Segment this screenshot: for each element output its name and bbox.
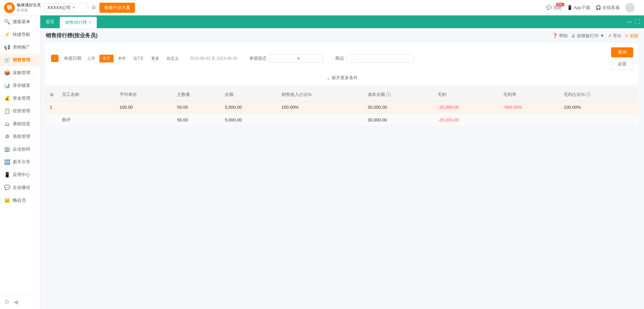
crown-icon: 👑 — [4, 197, 10, 203]
cell-qty: 50.00 — [173, 101, 221, 113]
footer-gross-rate — [499, 113, 560, 126]
refresh-button[interactable]: ↻ 刷新 — [625, 33, 639, 39]
online-service-label: 在线客服 — [602, 5, 620, 11]
new-icon: 🆕 — [4, 159, 10, 165]
tab-bar: 首页 销售排行榜 × — ⛶ — [40, 15, 644, 28]
settings-button[interactable]: 设置 — [611, 59, 633, 69]
folder-icon: 🗂 — [4, 121, 10, 127]
footer-gross-pct — [560, 113, 639, 126]
cell-gross: -25,000.00 — [434, 101, 499, 113]
company-selector[interactable]: XXXXX公司 ▼ — [44, 3, 88, 12]
sidebar-item-system[interactable]: ⚙ 系统管理 — [0, 130, 40, 143]
sidebar-item-operation[interactable]: 📋 经营管理 — [0, 105, 40, 117]
search-icon: 🔍 — [4, 19, 10, 25]
date-filter-label: 单据日期 — [64, 55, 81, 61]
chart-icon: 📊 — [4, 83, 10, 89]
sidebar-item-search[interactable]: 🔍 搜索菜单 — [0, 15, 40, 28]
goods-placeholder: ... — [350, 56, 411, 61]
sidebar-settings-icon[interactable]: ⚙ — [4, 298, 9, 306]
sidebar-item-purchase[interactable]: 📦 采购管理 — [0, 66, 40, 79]
sidebar-item-basic[interactable]: 🗂 基础信息 — [0, 117, 40, 130]
logo-icon: 畅 — [4, 2, 15, 13]
print-icon: 🖨 — [571, 33, 575, 38]
date-btn-thismonth[interactable]: 本月 — [99, 55, 114, 62]
sidebar-label-basic: 基础信息 — [13, 121, 30, 127]
goods-filter-label: 商品 — [335, 55, 344, 61]
gear-icon: ⚙ — [4, 134, 10, 140]
date-range-group: 2023-06-01 至 2023-06-30 — [190, 56, 237, 61]
table-row: 1 100.00 50.00 5,000.00 100.00% 30,000.0… — [46, 101, 639, 113]
filter-row: › 单据日期 上月 本月 本年 近7天 更多 自定义 — [51, 47, 633, 69]
goods-filter: 商品 ... — [335, 54, 414, 63]
page-content: 销售排行榜(按业务员) ❓ 帮助 🖨 按模板打印 ▼ ↗ — [40, 28, 644, 309]
col-sales-pct: 销售收入占比% — [277, 88, 363, 101]
export-button[interactable]: ↗ 导出 — [608, 33, 621, 39]
sidebar-label-apps: 应用中心 — [13, 172, 30, 178]
settings-icon[interactable]: ⚙ — [91, 4, 96, 11]
tab-expand-icon[interactable]: ⛶ — [635, 19, 640, 25]
sidebar-label-marketing: 营销推广 — [13, 44, 30, 50]
template-print-button[interactable]: 🖨 按模板打印 ▼ — [571, 33, 604, 39]
sidebar-item-finance[interactable]: 💰 资金管理 — [0, 92, 40, 105]
tab-actions: — ⛶ — [627, 19, 644, 25]
sidebar: 🔍 搜索菜单 ⚡ 快捷导航 📢 营销推广 🛒 销售管理 📦 采购管理 📊 — [0, 15, 40, 309]
tab-close-icon[interactable]: × — [89, 20, 91, 25]
date-btn-lastmonth[interactable]: 上月 — [84, 55, 98, 62]
tab-home[interactable]: 首页 — [40, 15, 60, 28]
sidebar-item-enterprise[interactable]: 🏢 企业协同 — [0, 143, 40, 156]
sidebar-label-system: 系统管理 — [13, 134, 30, 140]
footer-cost: 30,000.00 — [363, 113, 434, 126]
sidebar-label-wechat: 企业微信 — [13, 185, 30, 191]
content-area: 首页 销售排行榜 × — ⛶ 销售排行榜(按业务员) — [40, 15, 644, 309]
cell-gross-pct: 100.00% — [560, 101, 639, 113]
col-settings[interactable]: ⚙ — [46, 88, 58, 101]
message-button[interactable]: 💬 消息 99+ — [546, 5, 562, 11]
clipboard-icon: 📋 — [4, 108, 10, 114]
query-button[interactable]: 查询 — [611, 47, 633, 57]
sidebar-item-apps[interactable]: 📱 应用中心 — [0, 168, 40, 181]
date-btn-7days[interactable]: 近7天 — [130, 55, 147, 62]
trial-button[interactable]: 体验行业方案 — [99, 3, 135, 13]
building-icon: 🏢 — [4, 146, 10, 152]
sidebar-item-shortcut[interactable]: ⚡ 快捷导航 — [0, 28, 40, 41]
status-select[interactable]: ▼ — [269, 54, 323, 63]
avatar[interactable] — [625, 3, 635, 12]
col-gross-pct: 毛利占比% ⓘ — [560, 88, 639, 101]
sidebar-collapse-icon[interactable]: ◀ — [13, 298, 18, 306]
goods-select[interactable]: ... — [347, 54, 414, 63]
help-icon: ❓ — [552, 33, 558, 38]
sidebar-item-member[interactable]: 👑 畅会员 — [0, 194, 40, 207]
filter-toggle-icon[interactable]: › — [51, 55, 58, 62]
sidebar-item-sales[interactable]: 🛒 销售管理 — [0, 54, 40, 66]
cell-rank: 1 — [46, 101, 58, 113]
sidebar-label-enterprise: 企业协同 — [13, 146, 30, 152]
date-btn-thisyear[interactable]: 本年 — [115, 55, 129, 62]
sidebar-label-shortcut: 快捷导航 — [13, 32, 30, 38]
data-table: ⚙ 员工名称 平均单价 主数量 全额 销售收入占比% 成本全额 ⓘ 毛利 毛利率… — [46, 88, 639, 126]
date-btn-more[interactable]: 更多 — [148, 55, 162, 62]
header-actions: ❓ 帮助 🖨 按模板打印 ▼ ↗ 导出 ↻ — [552, 33, 639, 39]
tab-sales-ranking[interactable]: 销售排行榜 × — [60, 17, 97, 28]
col-qty: 主数量 — [173, 88, 221, 101]
col-gross-rate: 毛利率 — [499, 88, 560, 101]
col-amount: 全额 — [221, 88, 277, 101]
sidebar-item-inventory[interactable]: 📊 库存核算 — [0, 79, 40, 92]
sidebar-item-wechat[interactable]: 💬 企业微信 — [0, 181, 40, 194]
export-icon: ↗ — [608, 33, 611, 38]
sidebar-label-finance: 资金管理 — [13, 95, 30, 101]
app-download-button[interactable]: 📱 App下载 — [567, 5, 590, 11]
expand-button[interactable]: ⌄ 展开更多条件 — [327, 75, 358, 81]
table-footer-row: 合计 50.00 5,000.00 30,000.00 -25,000.00 — [46, 113, 639, 126]
date-btn-custom[interactable]: 自定义 — [164, 55, 182, 62]
help-button[interactable]: ❓ 帮助 — [552, 33, 568, 39]
sidebar-item-marketing[interactable]: 📢 营销推广 — [0, 41, 40, 54]
sidebar-item-guide[interactable]: 🆕 新手引导 — [0, 156, 40, 168]
date-filter: 单据日期 上月 本月 本年 近7天 更多 自定义 — [64, 55, 182, 62]
tab-minimize-icon[interactable]: — — [627, 19, 632, 25]
app-container: 畅 畅康通好生意 标准版 XXXXX公司 ▼ ⚙ 体验行业方案 💬 消息 99+… — [0, 0, 644, 309]
online-service-button[interactable]: 🎧 在线客服 — [596, 5, 620, 11]
top-bar: 畅 畅康通好生意 标准版 XXXXX公司 ▼ ⚙ 体验行业方案 💬 消息 99+… — [0, 0, 644, 15]
filter-action-buttons: 查询 设置 — [611, 47, 633, 69]
col-gross: 毛利 — [434, 88, 499, 101]
status-filter-label: 单据状态 — [249, 55, 267, 61]
